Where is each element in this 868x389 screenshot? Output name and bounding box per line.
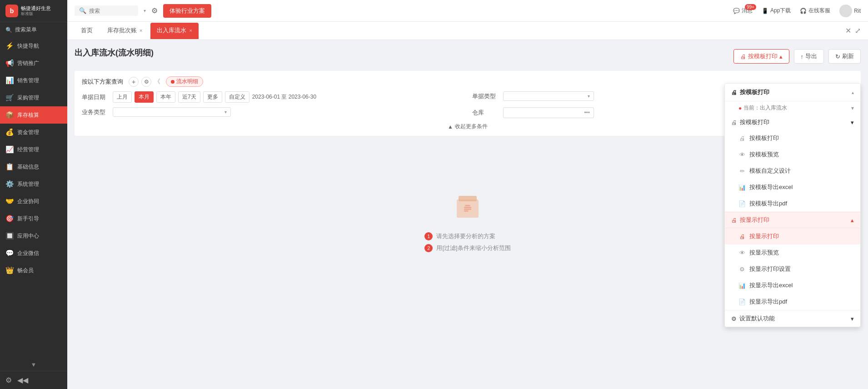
print-template-button[interactable]: 🖨 按模板打印 ▴ [733, 49, 789, 64]
topbar-gear-icon[interactable]: ⚙ [151, 6, 158, 15]
headset-icon: 🎧 [800, 8, 807, 14]
display-group-header[interactable]: 🖨 按显示打印 ▴ [725, 212, 860, 228]
template-export-excel-item[interactable]: 📊 按模板导出excel [725, 179, 860, 195]
sidebar-item-new-guide[interactable]: 🎯 新手引导 [0, 210, 67, 227]
svg-rect-4 [465, 205, 470, 206]
quick-nav-icon: ⚡ [5, 42, 14, 50]
online-service-button[interactable]: 🎧 在线客服 [800, 7, 830, 15]
sidebar-collapse-icon[interactable]: ◀◀ [17, 376, 28, 384]
sidebar-item-app-center[interactable]: 🔲 应用中心 [0, 227, 67, 244]
export-button[interactable]: ↑ 导出 [794, 49, 824, 64]
filter-actions: + ⚙ 《 [129, 77, 160, 87]
template-export-pdf-item[interactable]: 📄 按模板导出pdf [725, 195, 860, 212]
tabs-bar: 首页 库存批次账 × 出入库流水 × ✕ ⤢ [67, 22, 868, 40]
doc-type-dropdown[interactable]: ▾ [503, 91, 594, 101]
business-type-dropdown[interactable]: ▾ [113, 107, 231, 117]
window-close-button[interactable]: ✕ [845, 26, 851, 35]
tab-batch-account-label: 库存批次账 [107, 26, 137, 35]
print-dropdown-title-icon: 🖨 [731, 89, 737, 96]
display-export-excel-label: 按显示导出excel [749, 281, 793, 289]
sidebar-item-vip-member[interactable]: 👑 畅会员 [0, 262, 67, 279]
topbar-search-input[interactable] [89, 8, 135, 14]
set-default-footer[interactable]: ⚙ 设置默认功能 ▾ [725, 310, 860, 327]
filter-collapse-icon[interactable]: 《 [154, 78, 160, 86]
enterprise-wechat-icon: 💬 [5, 249, 14, 257]
date-btn-this-month[interactable]: 本月 [135, 91, 154, 103]
filter-label: 按以下方案查询 [82, 78, 123, 86]
basic-info-icon: 📋 [5, 163, 14, 171]
date-btn-custom[interactable]: 自定义 [225, 91, 249, 103]
display-print-settings-item[interactable]: ⚙ 按显示打印设置 [725, 261, 860, 277]
empty-illustration [449, 189, 486, 225]
main-content: 🔍 ▾ ⚙ 体验行业方案 💬 消息 99+ 📱 App下载 🎧 在线客服 Rit [67, 0, 868, 389]
template-preview-item[interactable]: 👁 按模板预览 [725, 146, 860, 163]
filter-tag[interactable]: 流水明细 [166, 76, 203, 87]
app-center-label: 应用中心 [17, 232, 39, 240]
template-group-chevron-icon: ▾ [851, 119, 854, 126]
template-custom-item[interactable]: ✏ 模板自定义设计 [725, 163, 860, 179]
sidebar-item-sales[interactable]: 📊 销售管理 [0, 72, 67, 89]
message-button[interactable]: 💬 消息 99+ [733, 7, 753, 15]
template-print-item[interactable]: 🖨 按模板打印 [725, 130, 860, 146]
display-export-excel-item[interactable]: 📊 按显示导出excel [725, 277, 860, 294]
sidebar-item-basic-info[interactable]: 📋 基础信息 [0, 158, 67, 175]
sidebar-item-enterprise-collab[interactable]: 🤝 企业协同 [0, 193, 67, 210]
app-center-icon: 🔲 [5, 232, 14, 240]
sidebar-item-inventory[interactable]: 📦 库存核算 [0, 106, 67, 124]
step-1-text: 请先选择要分析的方案 [436, 232, 495, 240]
display-group-icon: 🖨 [731, 217, 737, 224]
display-export-pdf-item[interactable]: 📄 按显示导出pdf [725, 294, 860, 310]
user-profile[interactable]: Rit [839, 5, 861, 17]
trial-button[interactable]: 体验行业方案 [163, 4, 211, 18]
date-btn-last-month[interactable]: 上月 [113, 91, 132, 103]
page-toolbar: 🖨 按模板打印 ▴ ↑ 导出 ↻ 刷新 [733, 49, 861, 64]
business-type-label: 业务类型 [82, 108, 109, 116]
tab-in-out-flow-close[interactable]: × [189, 28, 192, 33]
print-dropdown-chevron-icon[interactable]: ▴ [852, 90, 854, 95]
date-range-text: 2023-06-01 至 2023-06-30 [252, 93, 316, 101]
step-1-num: 1 [424, 232, 433, 240]
collapse-chevron-icon: ▲ [448, 124, 453, 130]
warehouse-dropdown[interactable]: ••• [503, 107, 594, 118]
tab-batch-account-close[interactable]: × [140, 28, 142, 33]
sidebar-item-purchase[interactable]: 🛒 采购管理 [0, 89, 67, 106]
date-btn-7days[interactable]: 近7天 [178, 91, 200, 103]
sys-mgmt-icon: ⚙️ [5, 180, 14, 188]
topbar-search-box[interactable]: 🔍 [75, 5, 138, 16]
display-preview-item[interactable]: 👁 按显示预览 [725, 244, 860, 261]
tab-home[interactable]: 首页 [75, 23, 99, 39]
tab-in-out-flow[interactable]: 出入库流水 × [150, 23, 198, 39]
refresh-button[interactable]: ↻ 刷新 [828, 49, 861, 64]
display-export-pdf-icon: 📄 [738, 299, 746, 305]
sidebar-item-quick-nav[interactable]: ⚡ 快捷导航 [0, 37, 67, 55]
app-logo: b 畅捷通好生意 标准版 [0, 0, 67, 22]
app-download-button[interactable]: 📱 App下载 [762, 7, 791, 15]
sidebar-item-enterprise-wechat[interactable]: 💬 企业微信 [0, 244, 67, 262]
display-export-pdf-label: 按显示导出pdf [749, 298, 787, 306]
display-preview-icon: 👁 [738, 249, 746, 256]
template-group-header[interactable]: 🖨 按模板打印 ▾ [725, 115, 860, 130]
empty-step-1: 1 请先选择要分析的方案 [424, 232, 510, 240]
date-options: 上月 本月 本年 近7天 更多 自定义 2023-06-01 至 2023-06… [113, 91, 463, 103]
sidebar-search[interactable]: 🔍 搜索菜单 [0, 22, 67, 37]
date-btn-this-year[interactable]: 本年 [156, 91, 175, 103]
topbar-search-chevron[interactable]: ▾ [144, 8, 146, 13]
date-btn-more[interactable]: 更多 [203, 91, 222, 103]
display-print-item[interactable]: 🖨 按显示打印 [725, 228, 860, 244]
sidebar-item-finance[interactable]: 💰 资金管理 [0, 124, 67, 141]
filter-settings-button[interactable]: ⚙ [141, 77, 151, 87]
window-maximize-button[interactable]: ⤢ [855, 26, 861, 35]
operations-icon: 📈 [5, 145, 14, 154]
template-preview-icon: 👁 [738, 151, 746, 158]
display-export-excel-icon: 📊 [738, 282, 746, 289]
sidebar-item-marketing[interactable]: 📢 营销推广 [0, 55, 67, 72]
sidebar-scroll-down[interactable]: ▼ [0, 359, 67, 371]
topbar: 🔍 ▾ ⚙ 体验行业方案 💬 消息 99+ 📱 App下载 🎧 在线客服 Rit [67, 0, 868, 22]
filter-add-button[interactable]: + [129, 77, 139, 87]
print-dropdown-panel: 🖨 按模板打印 ▴ ● 当前：出入库流水 ▾ 🖨 按模板打印 ▾ 🖨 [724, 83, 861, 327]
sidebar-item-sys-mgmt[interactable]: ⚙️ 系统管理 [0, 175, 67, 193]
sidebar-settings-icon[interactable]: ⚙ [5, 376, 12, 384]
tab-batch-account[interactable]: 库存批次账 × [101, 23, 149, 39]
topbar-right-area: 💬 消息 99+ 📱 App下载 🎧 在线客服 Rit [733, 5, 861, 17]
sidebar-item-operations[interactable]: 📈 经营管理 [0, 141, 67, 158]
